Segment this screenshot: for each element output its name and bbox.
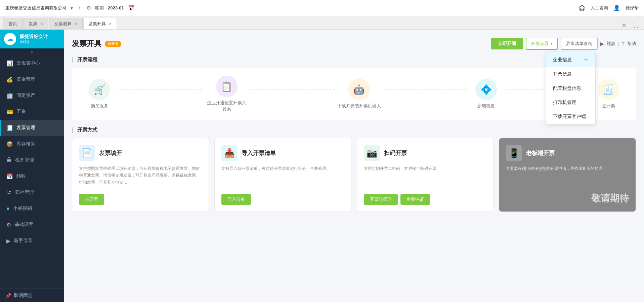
dropdown-taxdisk-label: 配置税盘信息 <box>553 85 581 91</box>
kucun-icon: 📦 <box>6 141 13 147</box>
step4-icon: 💠 <box>480 84 492 95</box>
method-manual-title: 发票填开 <box>99 149 122 157</box>
add-icon[interactable]: ＋ <box>77 4 82 11</box>
tab-invoice-close[interactable]: ✕ <box>40 22 43 26</box>
import-list-button[interactable]: 导入清单 <box>221 194 251 205</box>
support-label[interactable]: 人工咨询 <box>591 5 608 11</box>
calendar-icon[interactable]: 📅 <box>128 5 134 11</box>
tab-expand-icon[interactable]: ⛶ <box>631 23 641 29</box>
exception-button[interactable]: 异常清单查询 <box>561 38 598 50</box>
method-import-desc: 支持导入待开票清单，可对待开票清单进行拆分、合并处理。 <box>221 165 344 190</box>
step1-label: 购买服务 <box>91 103 108 109</box>
sidebar-item-guidang[interactable]: 🗂 归档管理 <box>0 184 64 200</box>
sidebar-item-fapiao[interactable]: 🧾 发票管理 <box>0 120 64 136</box>
gudingzichan-icon: 🏢 <box>6 92 13 99</box>
sidebar-label-kucun: 库存核算 <box>16 141 35 147</box>
sidebar-item-jiezhang[interactable]: 📅 结账 <box>0 168 64 184</box>
method-boss-icon: 📱 <box>509 148 519 158</box>
sidebar-pin-label: 取消固定 <box>14 293 33 299</box>
method-import-icon: 📥 <box>224 148 235 158</box>
qr-manage-button[interactable]: 开票码管理 <box>364 194 398 205</box>
username-label[interactable]: 徐泽华 <box>626 5 639 11</box>
dropdown-item-company[interactable]: 企业信息 → <box>546 52 595 67</box>
method-card-manual: 📄 发票填开 支持按照发票样式手工填开发票；可开具增值税电子普通发票、增值税普通… <box>72 138 209 212</box>
page-title: 发票开具 <box>72 39 101 49</box>
period-value: 2023-01 <box>108 5 124 10</box>
content-area: 发票开具 待开通 立即开通 开票设置 ▾ 异常清单查询 ▶ 视频 | ? <box>64 30 644 302</box>
help-label[interactable]: 帮助 <box>627 41 636 47</box>
method-scan-icon: 📷 <box>367 148 377 158</box>
dropdown-item-ticket[interactable]: 开票信息 <box>546 67 595 81</box>
activate-button[interactable]: 立即开通 <box>491 38 523 49</box>
settings-button-label: 开票设置 <box>531 41 549 47</box>
sidebar-label-yunbao: 云报表中心 <box>16 60 40 66</box>
sidebar-label-jichushezhi: 基础设置 <box>14 222 33 228</box>
settings-chevron-icon: ▾ <box>551 42 553 46</box>
sidebar-item-xinshouyindao[interactable]: ▶ 新手引导 <box>0 233 64 249</box>
tab-invoice-label: 发票 <box>29 21 37 27</box>
sidebar-item-xiaochangbaoxiao[interactable]: ● 小畅报销 <box>0 200 64 217</box>
tab-open-label: 发票开具 <box>88 21 106 27</box>
fapiao-icon: 🧾 <box>6 125 13 131</box>
dropdown-item-printer[interactable]: 打印机管理 <box>546 96 595 110</box>
video-label[interactable]: 视频 <box>607 41 615 47</box>
sidebar-item-gongzi[interactable]: 💳 工资 <box>0 104 64 120</box>
tab-close-icon[interactable]: ✕ <box>619 22 629 29</box>
sidebar-scroll-up[interactable]: ▲ <box>0 48 64 55</box>
tab-open[interactable]: 发票开具 ✕ <box>83 18 117 29</box>
tab-invoice[interactable]: 发票 ✕ <box>24 18 48 29</box>
boss-overlay-text: 敬请期待 <box>591 192 629 205</box>
dropdown-download-label: 下载开票客户端 <box>553 114 586 119</box>
pin-icon: 📌 <box>5 293 11 298</box>
step4-label: 新增税盘 <box>477 103 495 109</box>
tab-home-label: 首页 <box>8 21 17 27</box>
jichushezhi-icon: ⚙ <box>6 222 11 228</box>
period-label: 账期 <box>95 5 104 11</box>
sidebar-label-zijin: 资金管理 <box>16 76 35 82</box>
video-icon[interactable]: ▶ <box>600 41 604 46</box>
step2-icon: 📋 <box>221 81 232 92</box>
settings-button[interactable]: 开票设置 ▾ <box>526 38 558 50</box>
tab-home[interactable]: 首页 <box>3 18 23 29</box>
method-scan-title: 扫码开票 <box>384 149 407 157</box>
step3-label: 下载并安装开票机器人 <box>337 103 381 109</box>
dropdown-item-taxdisk[interactable]: 配置税盘信息 <box>546 81 595 96</box>
sidebar-item-jichushezhi[interactable]: ⚙ 基础设置 <box>0 217 64 233</box>
tab-calc-close[interactable]: ✕ <box>74 22 78 26</box>
shuiwu-icon: 🏛 <box>6 157 12 163</box>
sidebar-logo: ☁ 畅捷通好会计 旗舰版 <box>0 30 64 48</box>
logo-title: 畅捷通好会计 <box>19 34 48 40</box>
view-apply-button[interactable]: 查看申请 <box>400 194 430 205</box>
guidang-icon: 🗂 <box>6 189 12 195</box>
zijin-icon: 💰 <box>6 76 13 83</box>
user-icon: 👤 <box>613 5 620 11</box>
tab-open-close[interactable]: ✕ <box>109 22 112 26</box>
help-icon[interactable]: ? <box>622 41 625 46</box>
tab-calc[interactable]: 发票测算 ✕ <box>49 18 83 29</box>
dropdown-printer-label: 打印机管理 <box>553 100 576 105</box>
sidebar-item-zijin[interactable]: 💰 资金管理 <box>0 71 64 87</box>
sidebar-item-kucun[interactable]: 📦 库存核算 <box>0 136 64 152</box>
dropdown-menu: 企业信息 → 开票信息 配置税盘信息 打印机管理 下 <box>546 52 596 124</box>
sidebar-item-gudingzichan[interactable]: 🏢 固定资产 <box>0 87 64 104</box>
dropdown-icon[interactable]: ▾ <box>71 5 73 11</box>
sidebar-item-shuiwu[interactable]: 🏛 税务管理 <box>0 152 64 168</box>
method-manual-desc: 支持按照发票样式手工填开发票；可开具增值税电子普通发票、增值税普通发票、增值税专… <box>79 165 202 190</box>
settings-icon[interactable]: ⚙ <box>86 5 91 11</box>
flow-step-5: 🧾 去开票 <box>592 79 625 109</box>
baoxiao-icon: ● <box>6 205 10 212</box>
method-import-title: 导入开票清单 <box>242 149 276 157</box>
sidebar-bottom[interactable]: 📌 取消固定 <box>0 289 64 302</box>
dropdown-ticket-label: 开票信息 <box>553 71 572 77</box>
step3-icon: 🤖 <box>353 84 365 95</box>
go-invoice-button[interactable]: 去开票 <box>79 194 104 205</box>
method-boss-title: 老板端开票 <box>526 149 555 157</box>
pending-badge: 待开通 <box>105 41 121 47</box>
sidebar-label-jiezhang: 结账 <box>16 173 26 179</box>
sidebar-item-yunbao[interactable]: 📊 云报表中心 <box>0 55 64 71</box>
method-card-import: 📥 导入开票清单 支持导入待开票清单，可对待开票清单进行拆分、合并处理。 导入清… <box>214 138 351 212</box>
headset-icon: 🎧 <box>579 5 585 11</box>
dropdown-item-download[interactable]: 下载开票客户端 <box>546 110 595 124</box>
sidebar-label-guidang: 归档管理 <box>15 189 34 195</box>
gongzi-icon: 💳 <box>6 109 13 115</box>
